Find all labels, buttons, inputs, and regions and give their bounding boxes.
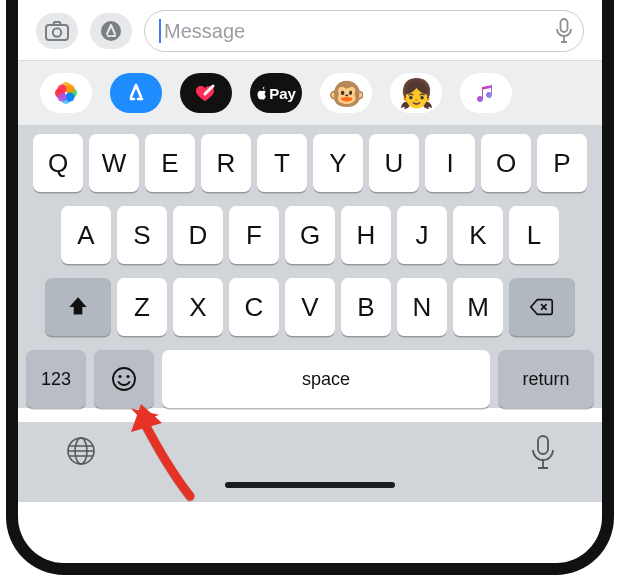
key-o[interactable]: O xyxy=(481,134,531,192)
key-emoji[interactable] xyxy=(94,350,154,408)
svg-point-12 xyxy=(113,368,135,390)
svg-rect-0 xyxy=(46,25,68,40)
app-store-mini[interactable] xyxy=(110,73,162,113)
svg-point-13 xyxy=(118,375,121,378)
keyboard-row-3: Z X C V B N M xyxy=(24,278,596,336)
app-store-glyph-icon xyxy=(122,79,150,107)
key-p[interactable]: P xyxy=(537,134,587,192)
apple-logo-icon xyxy=(256,86,268,100)
key-numbers[interactable]: 123 xyxy=(26,350,86,408)
apple-pay-label: Pay xyxy=(269,85,296,102)
key-d[interactable]: D xyxy=(173,206,223,264)
svg-point-10 xyxy=(58,93,67,102)
key-m[interactable]: M xyxy=(453,278,503,336)
key-q[interactable]: Q xyxy=(33,134,83,192)
key-b[interactable]: B xyxy=(341,278,391,336)
key-k[interactable]: K xyxy=(453,206,503,264)
globe-language-button[interactable] xyxy=(64,434,98,468)
key-j[interactable]: J xyxy=(397,206,447,264)
key-w[interactable]: W xyxy=(89,134,139,192)
key-u[interactable]: U xyxy=(369,134,419,192)
music-note-icon xyxy=(474,81,498,105)
svg-rect-17 xyxy=(538,436,548,454)
app-drawer-button[interactable] xyxy=(90,13,132,49)
svg-point-14 xyxy=(126,375,129,378)
key-g[interactable]: G xyxy=(285,206,335,264)
backspace-icon xyxy=(529,294,555,320)
globe-icon xyxy=(64,434,98,468)
emoji-smile-icon xyxy=(110,365,138,393)
svg-point-8 xyxy=(66,85,75,94)
key-i[interactable]: I xyxy=(425,134,475,192)
app-memoji[interactable]: 🐵 xyxy=(320,73,372,113)
key-l[interactable]: L xyxy=(509,206,559,264)
key-s[interactable]: S xyxy=(117,206,167,264)
key-x[interactable]: X xyxy=(173,278,223,336)
mic-icon xyxy=(555,18,573,44)
message-input-row: Message xyxy=(18,0,602,60)
app-digital-touch[interactable] xyxy=(180,73,232,113)
mic-icon xyxy=(530,434,556,470)
camera-button[interactable] xyxy=(36,13,78,49)
key-v[interactable]: V xyxy=(285,278,335,336)
imessage-app-strip: Pay 🐵 👧 xyxy=(18,60,602,126)
app-animoji[interactable]: 👧 xyxy=(390,73,442,113)
text-cursor xyxy=(159,19,161,43)
svg-point-11 xyxy=(58,85,67,94)
app-store-icon xyxy=(99,19,123,43)
svg-point-2 xyxy=(101,21,121,41)
shift-icon xyxy=(65,294,91,320)
message-placeholder: Message xyxy=(164,20,245,43)
keyboard-row-2: A S D F G H J K L xyxy=(24,206,596,264)
key-f[interactable]: F xyxy=(229,206,279,264)
key-return[interactable]: return xyxy=(498,350,594,408)
key-a[interactable]: A xyxy=(61,206,111,264)
keyboard-row-1: Q W E R T Y U I O P xyxy=(24,134,596,192)
svg-point-9 xyxy=(66,93,75,102)
key-e[interactable]: E xyxy=(145,134,195,192)
key-y[interactable]: Y xyxy=(313,134,363,192)
dictation-mic-button[interactable] xyxy=(555,18,573,44)
message-input[interactable]: Message xyxy=(144,10,584,52)
key-t[interactable]: T xyxy=(257,134,307,192)
app-apple-pay[interactable]: Pay xyxy=(250,73,302,113)
photos-icon xyxy=(53,80,79,106)
dictation-button[interactable] xyxy=(530,434,556,470)
app-music[interactable] xyxy=(460,73,512,113)
key-shift[interactable] xyxy=(45,278,111,336)
heart-touch-icon xyxy=(191,82,221,104)
camera-icon xyxy=(45,21,69,41)
key-h[interactable]: H xyxy=(341,206,391,264)
home-indicator[interactable] xyxy=(225,482,395,488)
key-z[interactable]: Z xyxy=(117,278,167,336)
key-backspace[interactable] xyxy=(509,278,575,336)
keyboard-row-4: 123 space return xyxy=(24,350,596,408)
key-space[interactable]: space xyxy=(162,350,490,408)
key-r[interactable]: R xyxy=(201,134,251,192)
monkey-face-icon: 🐵 xyxy=(328,76,365,111)
svg-point-1 xyxy=(53,28,61,36)
svg-rect-3 xyxy=(561,19,568,32)
key-c[interactable]: C xyxy=(229,278,279,336)
avatar-icon: 👧 xyxy=(399,77,434,110)
keyboard: Q W E R T Y U I O P A S D F G H xyxy=(18,126,602,408)
keyboard-bottom-bar xyxy=(18,422,602,502)
app-photos[interactable] xyxy=(40,73,92,113)
key-n[interactable]: N xyxy=(397,278,447,336)
